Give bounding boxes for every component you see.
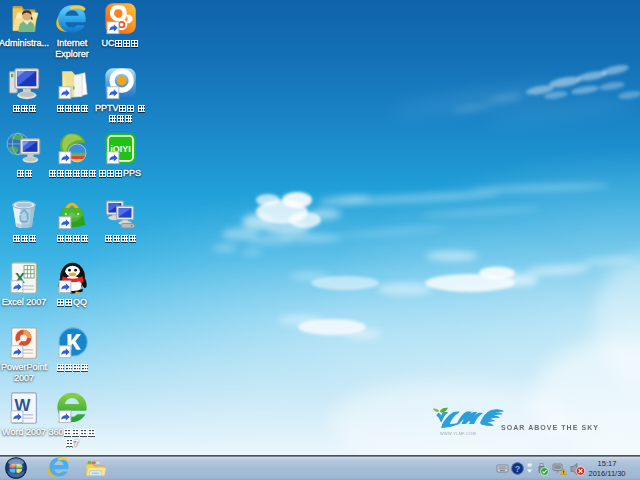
svg-text:SOAR ABOVE THE SKY: SOAR ABOVE THE SKY (501, 424, 599, 431)
svg-text:?: ? (515, 464, 521, 474)
svg-text:WWW.YLMF.COM: WWW.YLMF.COM (440, 432, 476, 436)
